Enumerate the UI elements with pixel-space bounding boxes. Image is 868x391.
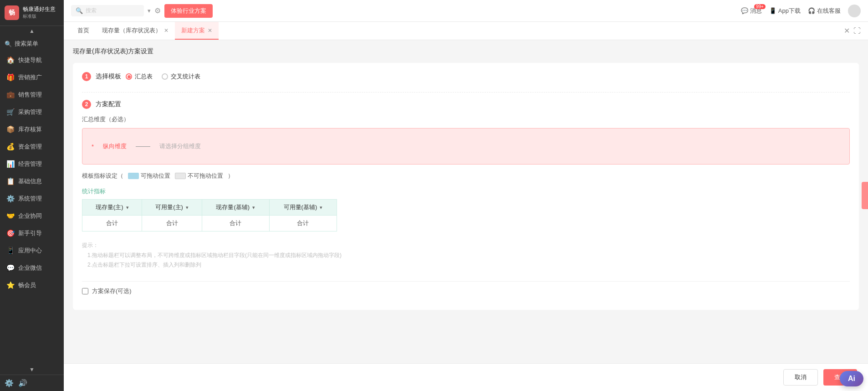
save-option: 方案保存(可选) [82,281,850,301]
online-service-label: 在线客服 [817,7,841,15]
message-group[interactable]: 💬 消息 99+ [741,7,762,15]
tab-inventory[interactable]: 现存量（库存状况表） ✕ [96,22,175,40]
action-bar: 取消 查询 [64,363,868,391]
online-service-group[interactable]: 🎧 在线客服 [808,7,841,15]
sidebar-scroll-up[interactable]: ▲ [0,26,64,36]
col-stock-main-chevron[interactable]: ▾ [126,205,129,211]
home-icon: 🏠 [6,56,15,64]
sidebar-item-inventory[interactable]: 📦 库存核算 [0,121,64,138]
topbar-gear-icon[interactable]: ⚙ [154,6,161,15]
save-checkbox[interactable] [82,288,88,294]
col-stock-main[interactable]: 现存量(主) ▾ [82,200,142,216]
movable-indicator: 可拖动位置 [128,172,170,180]
col-available-aux-label: 可用量(基辅) [284,203,317,211]
col-stock-aux[interactable]: 现存量(基辅) ▾ [202,200,269,216]
message-icon: 💬 [741,7,748,14]
radio-cross[interactable]: 交叉统计表 [162,72,200,81]
settings-bottom-icon[interactable]: ⚙️ [5,379,14,387]
sidebar-nav: 🏠 快捷导航 🎁 营销推广 💼 销售管理 🛒 采购管理 📦 库存核算 💰 资金管… [0,51,64,365]
topbar-right: 💬 消息 99+ 📱 App下载 🎧 在线客服 [741,5,861,17]
tab-home[interactable]: 首页 [71,22,96,40]
nav-label-operation: 经营管理 [18,160,42,168]
col-available-aux-chevron[interactable]: ▾ [320,205,322,211]
expand-panel-btn[interactable]: ⛶ [853,26,861,35]
cell-available-main-total: 合计 [142,216,202,232]
app-logo-icon: 畅 [5,5,19,20]
nav-label-quick-nav: 快捷导航 [18,56,42,64]
app-download-group[interactable]: 📱 App下载 [769,7,801,15]
radio-summary[interactable]: 汇总表 [126,72,153,81]
money-icon: 💰 [6,143,15,151]
cell-stock-main-total: 合计 [82,216,142,232]
chat-icon: 💬 [6,264,15,272]
sidebar-bottom: ⚙️ 🔊 [0,375,64,391]
cell-stock-aux-total: 合计 [202,216,269,232]
search-topbar-icon: 🔍 [76,7,83,14]
sidebar-item-finance[interactable]: 💰 资金管理 [0,138,64,155]
sidebar-item-quick-nav[interactable]: 🏠 快捷导航 [0,51,64,69]
sidebar-item-sales[interactable]: 💼 销售管理 [0,86,64,103]
step1-num: 1 [82,72,91,81]
topbar-chevron-icon[interactable]: ▾ [148,7,151,14]
sidebar-scroll-down[interactable]: ▼ [0,365,64,375]
audio-bottom-icon[interactable]: 🔊 [18,379,27,387]
cancel-button[interactable]: 取消 [783,369,818,386]
ai-float-button[interactable]: Ai [840,371,863,386]
tabbar: 首页 现存量（库存状况表） ✕ 新建方案 ✕ ✕ ⛶ [64,22,868,40]
clipboard-icon: 📋 [6,177,15,185]
step-divider [82,92,850,93]
page-content: 现存量(库存状况表)方案设置 1 选择模板 汇总表 交叉统计表 [64,40,868,363]
sidebar-item-wechat[interactable]: 💬 企业微信 [0,259,64,277]
target-icon: 🎯 [6,229,15,237]
dimension-label: 汇总维度（必选） [82,115,850,123]
tabbar-actions: ✕ ⛶ [844,26,861,35]
col-stock-aux-chevron[interactable]: ▾ [252,205,255,211]
tab-inventory-close[interactable]: ✕ [164,27,168,34]
col-available-aux[interactable]: 可用量(基辅) ▾ [269,200,337,216]
sidebar-search[interactable]: 🔍 搜索菜单 [0,36,64,51]
tab-new-scheme[interactable]: 新建方案 ✕ [175,22,219,40]
main-content: 🔍 搜索 ▾ ⚙ 体验行业方案 💬 消息 99+ 📱 App下载 🎧 在线客服 [64,0,868,391]
sidebar-item-newbie[interactable]: 🎯 新手引导 [0,225,64,242]
dim-arrow: —— [136,142,150,150]
industry-btn[interactable]: 体验行业方案 [164,4,213,18]
nav-label-sales: 销售管理 [18,91,42,99]
topbar-search-box[interactable]: 🔍 搜索 [71,5,144,16]
col-stock-main-label: 现存量(主) [96,203,123,211]
user-avatar[interactable] [848,5,861,17]
sidebar-item-member[interactable]: ⭐ 畅会员 [0,277,64,294]
sidebar-item-operation[interactable]: 📊 经营管理 [0,155,64,173]
step2-num: 2 [82,100,91,109]
topbar-search-placeholder: 搜索 [86,7,97,15]
sidebar-item-purchase[interactable]: 🛒 采购管理 [0,103,64,121]
app-download-label: App下载 [778,7,801,15]
radio-summary-label: 汇总表 [135,72,153,81]
tab-new-scheme-label: 新建方案 [181,26,205,35]
scheme-card: 1 选择模板 汇总表 交叉统计表 [73,63,859,310]
required-mark: * [92,143,94,150]
dimension-box[interactable]: * 纵向维度 —— 请选择分组维度 [82,128,850,165]
stats-label: 统计指标 [82,187,850,196]
step1-header: 1 选择模板 汇总表 交叉统计表 [82,72,850,81]
sidebar-item-system[interactable]: ⚙️ 系统管理 [0,190,64,207]
save-option-label: 方案保存(可选) [92,287,132,295]
tab-new-scheme-close[interactable]: ✕ [208,27,212,34]
sidebar-item-enterprise[interactable]: 🤝 企业协同 [0,207,64,225]
tab-inventory-label: 现存量（库存状况表） [102,26,161,35]
topbar: 🔍 搜索 ▾ ⚙ 体验行业方案 💬 消息 99+ 📱 App下载 🎧 在线客服 [64,0,868,22]
nav-label-newbie: 新手引导 [18,229,42,237]
sidebar-item-app-center[interactable]: 📱 应用中心 [0,242,64,259]
close-panel-btn[interactable]: ✕ [844,26,850,35]
gear-icon: ⚙️ [6,195,15,203]
right-panel-handle[interactable] [862,182,868,209]
chart-icon: 📊 [6,160,15,168]
sidebar-item-base-info[interactable]: 📋 基础信息 [0,173,64,190]
cell-available-aux-total: 合计 [269,216,337,232]
col-available-main[interactable]: 可用量(主) ▾ [142,200,202,216]
search-icon: 🔍 [5,41,12,47]
sidebar-item-marketing[interactable]: 🎁 营销推广 [0,69,64,86]
sidebar: 畅 畅康通好生意 标准版 ▲ 🔍 搜索菜单 🏠 快捷导航 🎁 营销推广 💼 销售… [0,0,64,391]
col-available-main-chevron[interactable]: ▾ [186,205,189,211]
radio-cross-circle [162,73,168,80]
nav-label-purchase: 采购管理 [18,108,42,116]
